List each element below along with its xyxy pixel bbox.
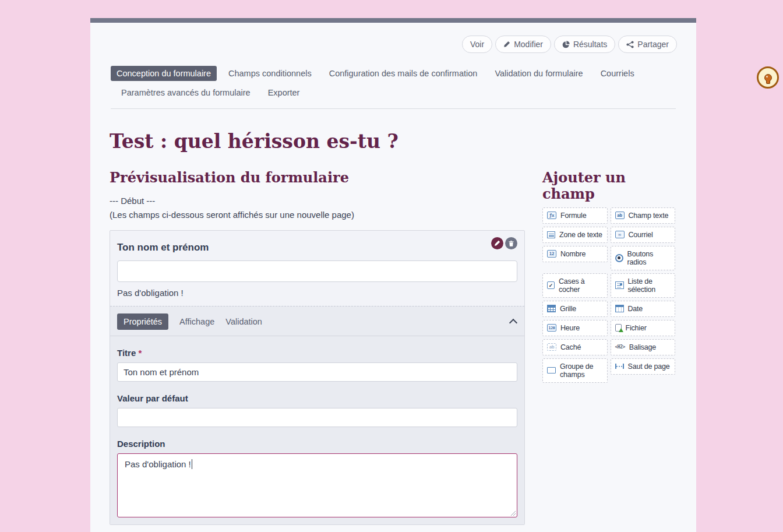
select-list-icon	[615, 281, 624, 289]
title-label-text: Titre	[117, 348, 136, 358]
tabs-row-2: Paramètres avancés du formulaire Exporte…	[115, 85, 676, 100]
hidden-icon: ab	[547, 343, 556, 351]
page-break-icon	[615, 364, 624, 369]
pencil-icon	[494, 240, 500, 246]
tab-affichage[interactable]: Affichage	[179, 313, 214, 330]
button-label: Saut de page	[628, 362, 670, 371]
add-boutons-radios-button[interactable]: Boutons radios	[611, 246, 676, 270]
title-input[interactable]	[117, 362, 517, 382]
field-actions	[491, 237, 517, 249]
new-page-note: (Les champs ci-dessous seront affichés s…	[110, 210, 525, 220]
tab-champs-conditionnels[interactable]: Champs conditionnels	[223, 66, 318, 81]
add-saut-de-page-button[interactable]: Saut de page	[611, 358, 676, 375]
add-field-heading: Ajouter un champ	[542, 170, 675, 203]
view-button[interactable]: Voir	[462, 36, 492, 53]
page-title: Test : quel hérisson es-tu ?	[110, 129, 525, 153]
email-icon: ✉	[615, 231, 625, 238]
tab-proprietes[interactable]: Propriétés	[117, 313, 168, 330]
textarea-icon	[547, 231, 555, 238]
button-label: Boutons radios	[627, 250, 673, 266]
share-icon	[626, 41, 634, 48]
tab-validation-formulaire[interactable]: Validation du formulaire	[489, 66, 588, 81]
edit-button-label: Modifier	[514, 40, 543, 49]
tab-mails-confirmation[interactable]: Configuration des mails de confirmation	[323, 66, 484, 81]
top-accent-bar	[90, 18, 696, 23]
share-button-label: Partager	[637, 40, 669, 49]
field-preview: Ton nom et prénom Pas d'obligation !	[110, 231, 524, 306]
field-preview-input[interactable]	[117, 260, 517, 282]
add-date-button[interactable]: Date	[611, 301, 676, 317]
field-help-text: Pas d'obligation !	[117, 288, 517, 298]
edit-field-button[interactable]	[491, 237, 503, 249]
calendar-icon	[615, 305, 624, 312]
add-champ-texte-button[interactable]: ab Champ texte	[611, 207, 676, 224]
button-label: Fichier	[626, 324, 647, 332]
description-label: Description	[117, 439, 517, 449]
button-label: Date	[628, 305, 643, 313]
add-groupe-de-champs-button[interactable]: Groupe de champs	[542, 358, 608, 383]
preview-heading: Prévisualisation du formulaire	[110, 170, 525, 186]
markup-icon: <H2>	[615, 344, 625, 350]
button-label: Liste de sélection	[628, 277, 673, 294]
add-formule-button[interactable]: ƒx Formule	[542, 207, 608, 224]
delete-field-button[interactable]	[505, 237, 517, 249]
button-label: Balisage	[629, 343, 656, 351]
add-field-sidebar: Ajouter un champ ƒx Formule ab Champ tex…	[542, 170, 675, 383]
add-cache-button[interactable]: ab Caché	[542, 339, 608, 355]
button-label: Cases à cocher	[559, 277, 605, 294]
form-preview-column: Test : quel hérisson es-tu ? Prévisualis…	[110, 129, 525, 532]
chevron-up-icon[interactable]	[509, 318, 517, 326]
field-properties-panel: Propriétés Affichage Validation Titre * …	[110, 306, 524, 524]
field-type-grid: ƒx Formule ab Champ texte Zone de texte …	[542, 207, 675, 383]
add-cases-a-cocher-button[interactable]: ✓ Cases à cocher	[542, 273, 608, 298]
add-courriel-button[interactable]: ✉ Courriel	[611, 227, 676, 243]
tabs-row-1: Conception du formulaire Champs conditio…	[111, 66, 676, 81]
add-fichier-button[interactable]: Fichier	[611, 320, 676, 336]
share-button[interactable]: Partager	[618, 36, 677, 53]
form-start-marker: --- Début ---	[110, 196, 525, 206]
description-text: Pas d'obligation !	[125, 459, 191, 469]
tab-courriels[interactable]: Courriels	[595, 66, 640, 81]
field-title: Ton nom et prénom	[117, 242, 491, 253]
tab-exporter[interactable]: Exporter	[262, 85, 306, 100]
edit-button[interactable]: Modifier	[495, 36, 551, 53]
radio-icon	[615, 254, 623, 262]
main-content-panel: Voir Modifier Résultats Partager Concept…	[90, 23, 696, 532]
add-zone-de-texte-button[interactable]: Zone de texte	[542, 227, 608, 243]
view-button-label: Voir	[470, 40, 484, 49]
button-label: Groupe de champs	[560, 362, 605, 379]
form-admin-tabs: Conception du formulaire Champs conditio…	[111, 66, 676, 109]
number-icon: 12	[547, 250, 556, 258]
button-label: Caché	[560, 343, 581, 351]
tab-validation[interactable]: Validation	[225, 313, 262, 330]
checkbox-icon: ✓	[547, 281, 555, 289]
help-lightbulb-button[interactable]	[757, 66, 779, 89]
lightbulb-icon	[764, 74, 772, 82]
add-nombre-button[interactable]: 12 Nombre	[542, 246, 608, 262]
grid-icon	[547, 305, 556, 312]
title-field-label: Titre *	[117, 348, 517, 358]
add-balisage-button[interactable]: <H2> Balisage	[611, 339, 676, 355]
fieldset-icon	[547, 367, 556, 374]
field-editor-card: Ton nom et prénom Pas d'obligation !	[110, 230, 525, 525]
pencil-icon	[503, 41, 510, 48]
button-label: Champ texte	[629, 212, 669, 220]
default-value-label: Valeur par défaut	[117, 393, 517, 403]
textfield-icon: ab	[615, 212, 625, 219]
default-value-input[interactable]	[117, 408, 517, 427]
tab-parametres-avances[interactable]: Paramètres avancés du formulaire	[115, 85, 256, 100]
add-grille-button[interactable]: Grille	[542, 301, 608, 317]
add-liste-selection-button[interactable]: Liste de sélection	[611, 273, 676, 298]
header-actions: Voir Modifier Résultats Partager	[462, 36, 677, 53]
tab-conception[interactable]: Conception du formulaire	[111, 66, 217, 81]
description-textarea[interactable]: Pas d'obligation !	[117, 453, 517, 517]
pie-chart-icon	[562, 41, 570, 48]
add-heure-button[interactable]: 120 Heure	[542, 320, 608, 336]
results-button[interactable]: Résultats	[554, 36, 615, 53]
properties-tabs: Propriétés Affichage Validation	[110, 313, 524, 336]
button-label: Heure	[560, 324, 580, 332]
button-label: Formule	[560, 212, 586, 220]
button-label: Nombre	[560, 250, 586, 258]
file-upload-icon	[615, 324, 622, 332]
resize-handle[interactable]	[510, 510, 516, 516]
